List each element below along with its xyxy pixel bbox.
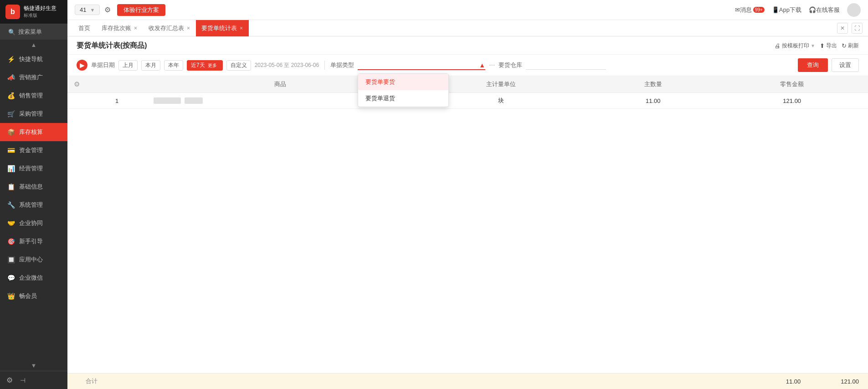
col-seq xyxy=(86,76,148,93)
settings-icon[interactable]: ⚙ xyxy=(6,376,13,384)
brand-name: 畅捷通好生意 xyxy=(24,5,56,12)
tab-receive-summary-label: 收发存汇总表 xyxy=(149,24,184,32)
type-filter-label: 单据类型 xyxy=(330,61,354,69)
inventory-icon: 📦 xyxy=(6,128,15,137)
sidebar-item-label: 营销推广 xyxy=(19,73,43,82)
sidebar-item-label: 经营管理 xyxy=(19,164,43,173)
page-title: 要货单统计表(按商品) xyxy=(77,41,147,51)
sidebar-scroll-down[interactable]: ▼ xyxy=(0,360,67,371)
sidebar-item-vip[interactable]: 👑 畅会员 xyxy=(0,287,67,305)
tabs-close-all-button[interactable]: ✕ xyxy=(837,23,848,34)
sidebar-item-marketing[interactable]: 📣 营销推广 xyxy=(0,68,67,87)
tab-inventory-batch-label: 库存批次账 xyxy=(102,24,131,32)
dropdown-item-demand-order[interactable]: 要货单要货 xyxy=(358,74,448,90)
sidebar-item-enterprise[interactable]: 🤝 企业协同 xyxy=(0,214,67,232)
store-selector[interactable]: 41 ▼ xyxy=(75,5,100,15)
download-icon: 📱 xyxy=(772,6,779,13)
footer-qty-total: 11.00 xyxy=(786,378,801,385)
type-select-input[interactable] xyxy=(358,61,485,70)
tab-receive-summary[interactable]: 收发存汇总表 × xyxy=(143,20,196,36)
header-left: 41 ▼ ⚙ 体验行业方案 xyxy=(75,4,735,16)
export-button[interactable]: ⬆ 导出 xyxy=(820,42,837,50)
tab-demand-stat[interactable]: 要货单统计表 × xyxy=(196,20,249,36)
app-center-icon: 🔲 xyxy=(6,255,15,264)
set-button[interactable]: 设置 xyxy=(832,58,859,72)
sidebar-item-label: 库存核算 xyxy=(19,128,43,136)
filter-more-button[interactable]: ··· xyxy=(489,61,495,69)
query-button[interactable]: 查询 xyxy=(798,58,828,72)
promo-button[interactable]: 体验行业方案 xyxy=(117,4,165,16)
sidebar-item-quick-nav[interactable]: ⚡ 快捷导航 xyxy=(0,50,67,68)
row-gear-cell xyxy=(67,93,86,109)
sidebar-item-label: 采购管理 xyxy=(19,110,43,118)
header-gear-icon[interactable]: ⚙ xyxy=(104,5,111,14)
sidebar-item-basic-info[interactable]: 📋 基础信息 xyxy=(0,178,67,196)
dropdown-item-demand-return[interactable]: 要货单退货 xyxy=(358,90,448,107)
tabs-bar: 首页 库存批次账 × 收发存汇总表 × 要货单统计表 × ✕ ⛶ xyxy=(67,20,868,36)
last-7-days-btn[interactable]: 近7天更多 xyxy=(187,60,223,71)
table-wrapper: ⚙ 商品 主计量单位 主数量 零售金额 1 xyxy=(67,76,868,373)
tab-demand-stat-close[interactable]: × xyxy=(240,25,243,31)
brand-sub: 标准版 xyxy=(24,12,56,19)
refresh-label: 刷新 xyxy=(848,42,859,50)
row-amount-cell: 121.00 xyxy=(716,93,868,109)
col-amount: 零售金额 xyxy=(716,76,868,93)
custom-date-btn[interactable]: 自定义 xyxy=(226,60,251,71)
sidebar-item-inventory[interactable]: 📦 库存核算 xyxy=(0,123,67,141)
table-row: 1 块 11.00 121.00 xyxy=(67,93,868,109)
message-icon: ✉ xyxy=(735,6,740,13)
sidebar-item-label: 企业协同 xyxy=(19,219,43,227)
message-button[interactable]: ✉ 消息 99+ xyxy=(735,6,765,14)
sidebar-item-label: 销售管理 xyxy=(19,92,43,100)
more-dates-badge: 更多 xyxy=(206,62,219,68)
tab-home[interactable]: 首页 xyxy=(73,20,96,36)
service-icon: 🎧 xyxy=(809,6,816,13)
last-month-btn[interactable]: 上月 xyxy=(118,60,138,71)
tab-home-label: 首页 xyxy=(78,24,90,32)
vip-icon: 👑 xyxy=(6,292,15,301)
footer-total-label: 合计 xyxy=(86,377,98,385)
sidebar-item-finance[interactable]: 💳 资金管理 xyxy=(0,141,67,159)
date-filter-label: 单据日期 xyxy=(91,61,115,69)
type-select-arrow-icon[interactable]: ▲ xyxy=(479,61,485,69)
table-gear-icon[interactable]: ⚙ xyxy=(74,80,80,88)
this-year-btn[interactable]: 本年 xyxy=(164,60,183,71)
sidebar-item-system[interactable]: 🔧 系统管理 xyxy=(0,196,67,214)
app-download-button[interactable]: 📱 App下载 xyxy=(772,6,801,14)
tab-inventory-batch[interactable]: 库存批次账 × xyxy=(96,20,143,36)
sidebar-scroll-up[interactable]: ▲ xyxy=(0,40,67,50)
sidebar-item-wechat[interactable]: 💬 企业微信 xyxy=(0,269,67,287)
col-qty: 主数量 xyxy=(590,76,716,93)
operations-icon: 📊 xyxy=(6,164,15,173)
tab-inventory-batch-close[interactable]: × xyxy=(134,25,137,31)
sidebar-search[interactable]: 🔍 搜索菜单 xyxy=(0,24,67,40)
sidebar-item-label: 资金管理 xyxy=(19,146,43,154)
product-placeholder-1 xyxy=(154,97,181,104)
sidebar-toggle-icon[interactable]: ⊣ xyxy=(20,377,26,384)
online-service-button[interactable]: 🎧 在线客服 xyxy=(809,6,840,14)
tab-receive-summary-close[interactable]: × xyxy=(187,25,190,31)
print-label: 按模板打印 xyxy=(782,42,809,50)
user-avatar[interactable] xyxy=(847,3,861,17)
sidebar-item-label: 快捷导航 xyxy=(19,55,43,63)
export-label: 导出 xyxy=(826,42,837,50)
sidebar-logo: b 畅捷通好生意 标准版 xyxy=(0,0,67,24)
tabs-expand-button[interactable]: ⛶ xyxy=(852,23,863,34)
search-icon: 🔍 xyxy=(8,29,15,36)
sidebar-item-app-center[interactable]: 🔲 应用中心 xyxy=(0,251,67,269)
filter-expand-button[interactable]: ▶ xyxy=(77,60,87,71)
quick-nav-icon: ⚡ xyxy=(6,55,15,64)
this-month-btn[interactable]: 本月 xyxy=(141,60,160,71)
filter-right-actions: 查询 设置 xyxy=(798,58,859,72)
refresh-button[interactable]: ↻ 刷新 xyxy=(842,42,859,50)
col-gear[interactable]: ⚙ xyxy=(67,76,86,93)
sidebar-item-label: 应用中心 xyxy=(19,256,43,264)
sidebar-item-purchase[interactable]: 🛒 采购管理 xyxy=(0,105,67,123)
sidebar-item-sales[interactable]: 💰 销售管理 xyxy=(0,87,67,105)
print-button[interactable]: 🖨 按模板打印 ▼ xyxy=(775,42,815,50)
warehouse-input[interactable] xyxy=(526,61,606,70)
tab-demand-stat-label: 要货单统计表 xyxy=(201,24,237,32)
sidebar-item-operations[interactable]: 📊 经营管理 xyxy=(0,159,67,178)
sidebar-item-label: 基础信息 xyxy=(19,183,43,191)
sidebar-item-guide[interactable]: 🎯 新手引导 xyxy=(0,232,67,251)
